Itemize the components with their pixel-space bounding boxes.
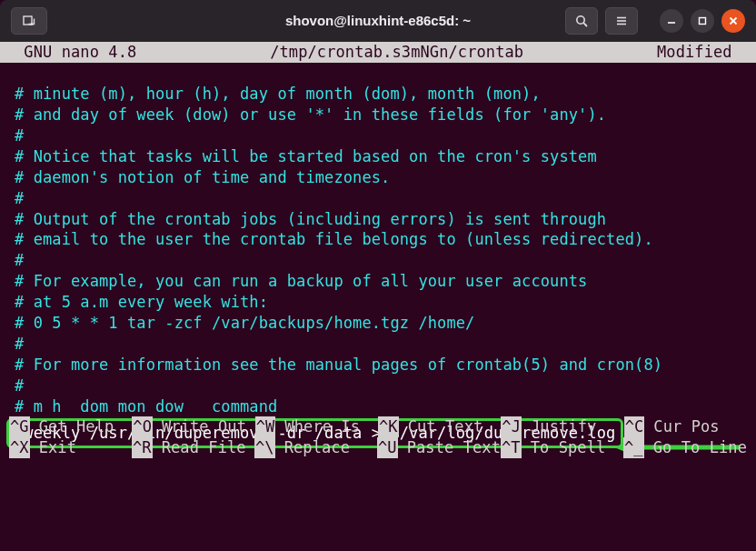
shortcut-go-to-line[interactable]: ^_Go To Line [623,437,747,458]
menu-button[interactable] [605,7,638,35]
shortcut-replace[interactable]: ^\Replace [254,437,377,458]
shortcut-read-file[interactable]: ^RRead File [132,437,254,458]
content-line: # 0 5 * * 1 tar -zcf /var/backups/home.t… [15,314,474,332]
shortcut-get-help[interactable]: ^GGet Help [9,416,132,437]
new-tab-icon [22,14,36,28]
shortcut-exit[interactable]: ^XExit [9,437,132,458]
hamburger-icon [614,14,629,28]
nano-status: Modified [657,42,741,63]
content-line: # m h dom mon dow command [15,397,277,416]
content-line: # email to the user the crontab file bel… [15,230,653,248]
svg-line-2 [583,23,587,26]
nano-header: GNU nano 4.8 /tmp/crontab.s3mNGn/crontab… [0,42,756,63]
content-line: # and day of week (dow) or use '*' in th… [15,105,606,124]
svg-rect-0 [24,16,32,25]
maximize-button[interactable] [691,9,714,33]
shortcut-to-spell[interactable]: ^TTo Spell [501,437,623,458]
search-icon [574,14,589,28]
titlebar-left [11,7,47,35]
svg-point-1 [577,16,584,24]
shortcut-paste-text[interactable]: ^UPaste Text [377,437,501,458]
content-line: # daemon's notion of time and timezones. [15,168,390,186]
content-line: # [15,189,24,207]
content-line: # at 5 a.m every week with: [15,293,268,311]
shortcut-cut-text[interactable]: ^KCut Text [378,416,501,437]
nano-footer: ^GGet Help ^OWrite Out ^WWhere Is ^KCut … [0,416,756,458]
maximize-icon [698,16,707,25]
close-button[interactable] [721,9,745,33]
terminal-window: shovon@linuxhint-e86c5d: ~ [0,0,756,551]
footer-row-1: ^GGet Help ^OWrite Out ^WWhere Is ^KCut … [9,416,747,437]
content-line: # minute (m), hour (h), day of month (do… [15,85,541,103]
content-line: # [15,126,24,145]
svg-rect-7 [700,18,706,25]
shortcut-justify[interactable]: ^JJustify [501,416,623,437]
content-line: # [15,251,24,269]
footer-row-2: ^XExit ^RRead File ^\Replace ^UPaste Tex… [9,437,747,458]
new-tab-button[interactable] [11,7,47,35]
search-button[interactable] [565,7,598,35]
terminal-body[interactable]: GNU nano 4.8 /tmp/crontab.s3mNGn/crontab… [0,42,756,469]
titlebar-right [565,7,745,35]
shortcut-where-is[interactable]: ^WWhere Is [255,416,378,437]
content-line: # For more information see the manual pa… [15,356,662,374]
editor-content[interactable]: # minute (m), hour (h), day of month (do… [0,63,756,469]
content-line: # Output of the crontab jobs (including … [15,210,606,228]
shortcut-cur-pos[interactable]: ^CCur Pos [624,416,747,437]
content-line: # Notice that tasks will be started base… [15,147,597,165]
nano-app-name: GNU nano 4.8 [15,42,136,63]
minimize-icon [667,16,676,25]
minimize-button[interactable] [660,9,683,33]
content-line: # [15,376,24,395]
nano-file-path: /tmp/crontab.s3mNGn/crontab [136,42,657,63]
titlebar: shovon@linuxhint-e86c5d: ~ [0,0,756,42]
shortcut-write-out[interactable]: ^OWrite Out [132,416,254,437]
content-line: # [15,335,24,353]
content-line: # For example, you can run a backup of a… [15,272,587,290]
close-icon [729,16,738,25]
